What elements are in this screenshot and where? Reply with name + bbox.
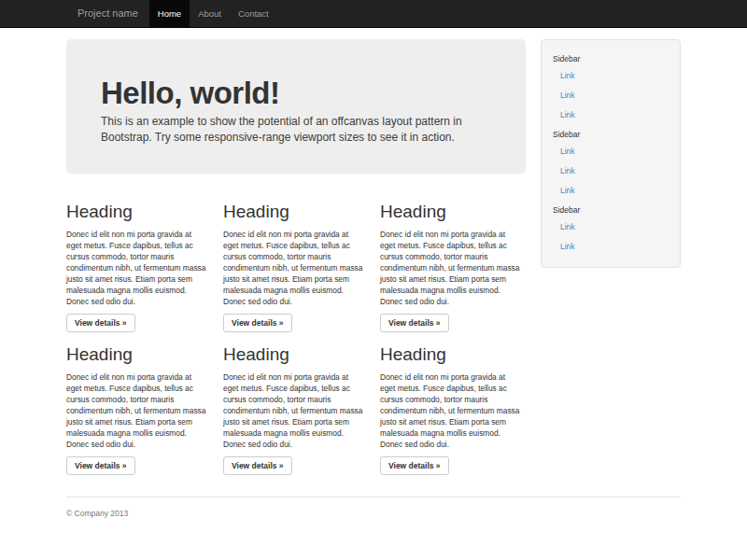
view-details-button[interactable]: View details » <box>66 314 135 332</box>
card-body-text: Donec id elit non mi porta gravida at eg… <box>380 229 521 307</box>
view-details-button[interactable]: View details » <box>223 456 292 475</box>
card: Heading Donec id elit non mi porta gravi… <box>223 202 364 332</box>
card-heading: Heading <box>223 202 364 222</box>
cards-row-1: Heading Donec id elit non mi porta gravi… <box>66 202 526 332</box>
page: Project name Home About Contact Hello, w… <box>0 0 747 560</box>
view-details-button[interactable]: View details » <box>223 314 292 332</box>
nav-item-home[interactable]: Home <box>149 0 190 27</box>
card: Heading Donec id elit non mi porta gravi… <box>66 344 207 475</box>
view-details-button[interactable]: View details » <box>380 456 449 475</box>
footer: © Company 2013 <box>66 497 681 555</box>
sidebar-column: Sidebar Link Link Link Sidebar Link Link… <box>541 39 681 487</box>
sidebar-link[interactable]: Link <box>542 141 680 161</box>
sidebar-group-label: Sidebar <box>542 124 680 141</box>
navbar-menu: Home About Contact <box>149 0 277 27</box>
view-details-button[interactable]: View details » <box>380 314 449 332</box>
card-body-text: Donec id elit non mi porta gravida at eg… <box>223 229 364 307</box>
card-heading: Heading <box>380 344 521 365</box>
card-body-text: Donec id elit non mi porta gravida at eg… <box>66 371 207 450</box>
main-container: Hello, world! This is an example to show… <box>66 39 681 555</box>
card-heading: Heading <box>223 344 364 365</box>
navbar-brand[interactable]: Project name <box>66 0 149 27</box>
card-body-text: Donec id elit non mi porta gravida at eg… <box>223 371 364 450</box>
sidebar-link[interactable]: Link <box>542 85 680 105</box>
cards-row-2: Heading Donec id elit non mi porta gravi… <box>66 344 526 475</box>
sidebar-link[interactable]: Link <box>542 217 680 236</box>
card: Heading Donec id elit non mi porta gravi… <box>223 344 364 475</box>
card-body-text: Donec id elit non mi porta gravida at eg… <box>380 371 521 450</box>
sidebar-group-label: Sidebar <box>542 49 680 65</box>
card-heading: Heading <box>66 202 207 222</box>
content-row: Hello, world! This is an example to show… <box>66 39 681 487</box>
sidebar-link[interactable]: Link <box>542 161 680 180</box>
card: Heading Donec id elit non mi porta gravi… <box>380 344 521 475</box>
sidebar-link[interactable]: Link <box>542 236 680 256</box>
sidebar-group-label: Sidebar <box>542 200 680 217</box>
sidebar-link[interactable]: Link <box>542 180 680 200</box>
copyright-text: © Company 2013 <box>66 509 681 518</box>
card: Heading Donec id elit non mi porta gravi… <box>66 202 207 332</box>
jumbotron: Hello, world! This is an example to show… <box>66 39 526 174</box>
nav-item-about[interactable]: About <box>190 0 230 27</box>
sidebar-link[interactable]: Link <box>542 105 680 124</box>
nav-item-contact[interactable]: Contact <box>230 0 277 27</box>
view-details-button[interactable]: View details » <box>66 456 135 475</box>
navbar-inner: Project name Home About Contact <box>66 0 681 27</box>
sidebar-well: Sidebar Link Link Link Sidebar Link Link… <box>541 39 681 268</box>
jumbotron-lead: This is an example to show the potential… <box>101 114 491 145</box>
card-heading: Heading <box>66 344 207 365</box>
sidebar-link[interactable]: Link <box>542 65 680 85</box>
main-column: Hello, world! This is an example to show… <box>66 39 526 487</box>
navbar: Project name Home About Contact <box>0 0 747 28</box>
jumbotron-title: Hello, world! <box>101 77 491 110</box>
card-body-text: Donec id elit non mi porta gravida at eg… <box>66 229 207 307</box>
card: Heading Donec id elit non mi porta gravi… <box>380 202 521 332</box>
card-heading: Heading <box>380 202 521 222</box>
